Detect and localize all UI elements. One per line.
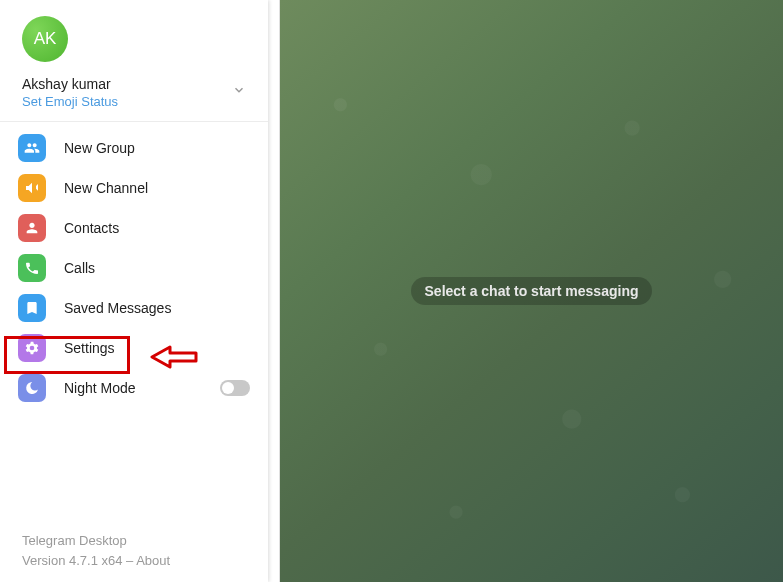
- bookmark-icon: [18, 294, 46, 322]
- version-label[interactable]: Version 4.7.1 x64 – About: [22, 551, 246, 571]
- menu-list: New Group New Channel Contacts Calls Sav: [0, 121, 268, 408]
- menu-label: New Group: [64, 140, 135, 156]
- avatar[interactable]: AK: [22, 16, 68, 62]
- megaphone-icon: [18, 174, 46, 202]
- app-name-label: Telegram Desktop: [22, 531, 246, 551]
- menu-item-contacts[interactable]: Contacts: [0, 208, 268, 248]
- menu-label: Contacts: [64, 220, 119, 236]
- menu-label: Night Mode: [64, 380, 136, 396]
- moon-icon: [18, 374, 46, 402]
- chat-area: Select a chat to start messaging: [280, 0, 783, 582]
- menu-item-calls[interactable]: Calls: [0, 248, 268, 288]
- chevron-down-icon[interactable]: [232, 83, 246, 101]
- menu-item-night-mode[interactable]: Night Mode: [0, 368, 268, 408]
- chat-list-edge: [268, 0, 280, 582]
- menu-label: Settings: [64, 340, 115, 356]
- empty-chat-placeholder: Select a chat to start messaging: [411, 277, 653, 305]
- set-emoji-status-link[interactable]: Set Emoji Status: [22, 94, 250, 109]
- menu-item-saved-messages[interactable]: Saved Messages: [0, 288, 268, 328]
- menu-item-new-channel[interactable]: New Channel: [0, 168, 268, 208]
- menu-item-new-group[interactable]: New Group: [0, 128, 268, 168]
- menu-label: Calls: [64, 260, 95, 276]
- menu-label: New Channel: [64, 180, 148, 196]
- group-icon: [18, 134, 46, 162]
- phone-icon: [18, 254, 46, 282]
- menu-label: Saved Messages: [64, 300, 171, 316]
- menu-item-settings[interactable]: Settings: [0, 328, 268, 368]
- person-icon: [18, 214, 46, 242]
- profile-section: AK Akshay kumar Set Emoji Status: [0, 0, 268, 121]
- night-mode-toggle[interactable]: [220, 380, 250, 396]
- gear-icon: [18, 334, 46, 362]
- main-menu-panel: AK Akshay kumar Set Emoji Status New Gro…: [0, 0, 268, 582]
- footer: Telegram Desktop Version 4.7.1 x64 – Abo…: [0, 531, 268, 582]
- username-label: Akshay kumar: [22, 76, 250, 92]
